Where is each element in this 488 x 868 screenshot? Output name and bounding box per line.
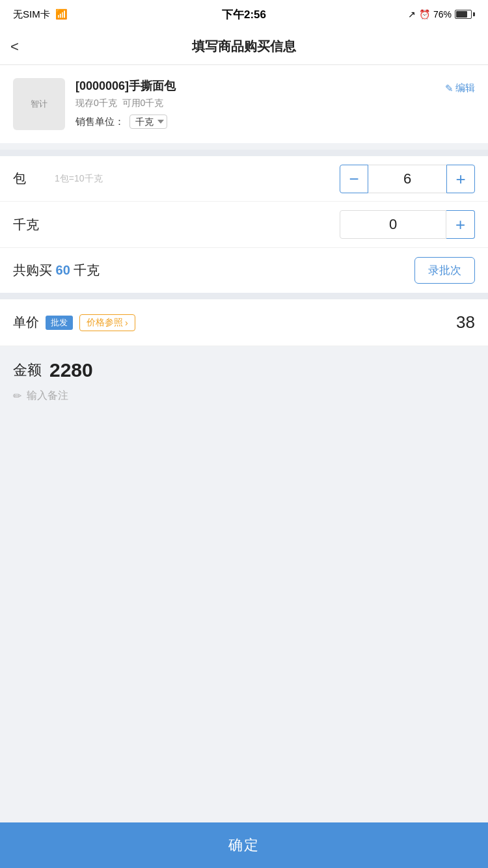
total-amount: 60 xyxy=(56,263,70,277)
package-hint: 1包=10千克 xyxy=(55,173,340,185)
nav-bar: < 填写商品购买信息 xyxy=(0,29,488,65)
edit-button[interactable]: ✎ 编辑 xyxy=(445,82,475,94)
price-type-tag: 批发 xyxy=(46,316,73,330)
unit-select[interactable]: 千克 xyxy=(129,115,167,129)
total-text: 共购买 60 千克 xyxy=(13,262,408,279)
amount-row: 金额 2280 xyxy=(13,359,475,381)
price-row: 单价 批发 价格参照 › 38 xyxy=(13,312,475,332)
note-icon: ✏ xyxy=(13,390,21,402)
note-placeholder: 输入备注 xyxy=(27,389,68,403)
confirm-button[interactable]: 确定 xyxy=(0,822,488,868)
edit-icon: ✎ xyxy=(445,83,454,94)
battery-percent: 76% xyxy=(433,9,452,20)
kg-plus-button[interactable]: + xyxy=(446,210,475,239)
product-card: 智计 [0000006]手撕面包 现存0千克 可用0千克 销售单位： 千克 ✎ … xyxy=(0,65,488,143)
price-ref-arrow: › xyxy=(125,318,128,328)
product-name: [0000006]手撕面包 xyxy=(75,78,475,94)
package-minus-button[interactable]: − xyxy=(340,165,368,193)
package-plus-button[interactable]: + xyxy=(446,165,475,193)
separator-2 xyxy=(0,293,488,299)
amount-value: 2280 xyxy=(49,359,93,381)
price-value: 38 xyxy=(456,312,475,332)
package-qty-input[interactable] xyxy=(368,165,446,193)
carrier-label: 无SIM卡 xyxy=(13,8,50,21)
status-right: ↗ ⏰ 76% xyxy=(408,9,475,20)
batch-button[interactable]: 录批次 xyxy=(414,257,475,284)
total-row: 共购买 60 千克 录批次 xyxy=(0,247,488,293)
unit-label: 销售单位： xyxy=(75,116,124,128)
edit-label: 编辑 xyxy=(455,82,475,94)
wifi-icon: 📶 xyxy=(55,8,68,20)
note-row[interactable]: ✏ 输入备注 xyxy=(13,389,475,403)
kg-row: 千克 + xyxy=(0,202,488,247)
status-bar: 无SIM卡 📶 下午2:56 ↗ ⏰ 76% xyxy=(0,0,488,29)
package-label: 包 xyxy=(13,170,52,187)
input-section: 包 1包=10千克 − + 千克 + xyxy=(0,156,488,247)
price-ref-label: 价格参照 xyxy=(87,317,123,329)
product-info: [0000006]手撕面包 现存0千克 可用0千克 销售单位： 千克 xyxy=(75,78,475,129)
package-qty-control: − + xyxy=(340,165,475,193)
product-unit-row: 销售单位： 千克 xyxy=(75,115,475,129)
product-logo: 智计 xyxy=(31,98,47,110)
price-section: 单价 批发 价格参照 › 38 xyxy=(0,299,488,346)
product-thumbnail: 智计 xyxy=(13,78,65,130)
price-ref-button[interactable]: 价格参照 › xyxy=(79,314,135,331)
kg-label: 千克 xyxy=(13,216,340,234)
amount-label: 金额 xyxy=(13,360,42,380)
status-left: 无SIM卡 📶 xyxy=(13,8,68,21)
status-time: 下午2:56 xyxy=(222,7,266,22)
price-label: 单价 xyxy=(13,314,39,331)
empty-area xyxy=(0,409,488,617)
page-title: 填写商品购买信息 xyxy=(192,38,296,55)
amount-section: 金额 2280 ✏ 输入备注 xyxy=(0,346,488,409)
battery-icon xyxy=(455,10,475,19)
kg-input[interactable] xyxy=(340,210,446,239)
back-button[interactable]: < xyxy=(10,38,19,55)
package-row: 包 1包=10千克 − + xyxy=(0,156,488,202)
location-icon: ↗ xyxy=(408,9,416,20)
kg-control: + xyxy=(340,210,475,239)
separator-1 xyxy=(0,150,488,156)
alarm-icon: ⏰ xyxy=(419,9,430,20)
product-stock: 现存0千克 可用0千克 xyxy=(75,98,475,109)
